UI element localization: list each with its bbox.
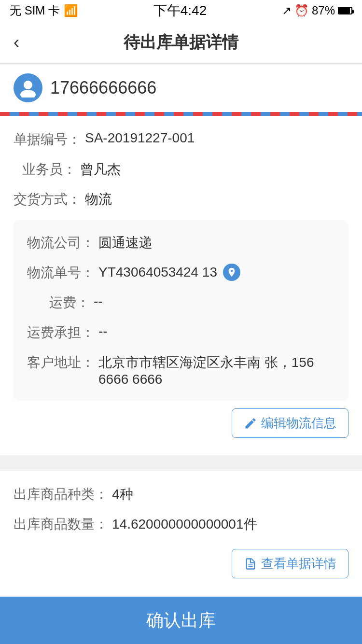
logistics-tracking-label: 物流单号： [27,264,95,282]
location-status-icon: ↗ [282,4,292,17]
goods-types-label: 出库商品种类： [14,485,108,504]
logistics-card: 物流公司： 圆通速递 物流单号： YT43064053424 13 运费： [14,220,348,401]
map-pin-icon [226,267,237,278]
logistics-address-label: 客户地址： [27,353,95,372]
document-number-label: 单据编号： [14,130,81,149]
customer-section: 17666666666 [0,64,362,112]
logistics-freight-row: 运费： -- [27,294,335,312]
status-time: 下午4:42 [153,1,207,20]
document-icon [244,557,257,571]
logistics-freight-bearer-label: 运费承担： [27,323,95,342]
goods-types-row: 出库商品种类： 4种 [14,485,348,504]
track-location-button[interactable] [223,264,240,281]
salesman-value: 曾凡杰 [80,160,348,179]
logistics-freight-bearer-row: 运费承担： -- [27,323,335,342]
svg-point-0 [24,81,32,89]
status-left: 无 SIM 卡 📶 [10,3,78,18]
content: 17666666666 单据编号： SA-20191227-001 业务员： 曾… [0,64,362,644]
confirm-button-bar[interactable]: 确认出库 [0,597,362,644]
dashed-divider [0,112,362,116]
logistics-freight-bearer-value: -- [98,323,335,339]
document-number-value: SA-20191227-001 [85,130,348,146]
delivery-method-label: 交货方式： [14,190,81,209]
battery-icon [338,7,352,14]
logistics-tracking-value: YT43064053424 13 [98,264,335,281]
wifi-icon: 📶 [64,4,78,17]
delivery-method-row: 交货方式： 物流 [14,190,348,209]
edit-logistics-label: 编辑物流信息 [261,415,336,432]
order-info-section: 单据编号： SA-20191227-001 业务员： 曾凡杰 交货方式： 物流 … [0,116,362,455]
alarm-icon: ⏰ [294,4,309,17]
page-title: 待出库单据详情 [124,31,238,54]
salesman-row: 业务员： 曾凡杰 [14,160,348,179]
logistics-freight-value: -- [94,294,335,309]
salesman-label: 业务员： [14,160,76,179]
logistics-company-row: 物流公司： 圆通速递 [27,234,335,252]
logistics-address-row: 客户地址： 北京市市辖区海淀区永丰南 张，156 6666 6666 [27,353,335,387]
customer-avatar [14,73,42,102]
document-number-row: 单据编号： SA-20191227-001 [14,130,348,149]
logistics-company-label: 物流公司： [27,234,95,252]
goods-types-value: 4种 [112,485,133,504]
logistics-company-value: 圆通速递 [98,234,335,252]
goods-quantity-row: 出库商品数量： 14.620000000000001件 [14,515,348,533]
back-button[interactable]: ‹ [14,32,19,53]
logistics-freight-label: 运费： [27,294,90,312]
goods-quantity-label: 出库商品数量： [14,515,108,533]
customer-phone: 17666666666 [50,78,156,98]
user-icon [18,78,38,98]
battery-percent: 87% [312,4,335,17]
goods-section: 出库商品种类： 4种 出库商品数量： 14.620000000000001件 查… [0,471,362,596]
section-divider-1 [0,463,362,471]
logistics-address-value: 北京市市辖区海淀区永丰南 张，156 6666 6666 [98,353,335,387]
view-btn-row: 查看单据详情 [14,545,348,586]
nav-bar: ‹ 待出库单据详情 [0,21,362,64]
edit-icon [244,417,257,430]
delivery-method-value: 物流 [85,190,348,209]
view-details-label: 查看单据详情 [261,555,336,572]
view-details-button[interactable]: 查看单据详情 [232,549,348,578]
goods-quantity-value: 14.620000000000001件 [112,515,257,533]
status-bar: 无 SIM 卡 📶 下午4:42 ↗ ⏰ 87% [0,0,362,21]
logistics-tracking-row: 物流单号： YT43064053424 13 [27,264,335,282]
edit-logistics-button[interactable]: 编辑物流信息 [232,408,348,438]
confirm-button-label: 确认出库 [146,609,216,632]
svg-point-1 [20,90,36,98]
sim-text: 无 SIM 卡 [10,3,60,18]
status-right: ↗ ⏰ 87% [282,4,352,17]
edit-btn-row: 编辑物流信息 [14,408,348,446]
